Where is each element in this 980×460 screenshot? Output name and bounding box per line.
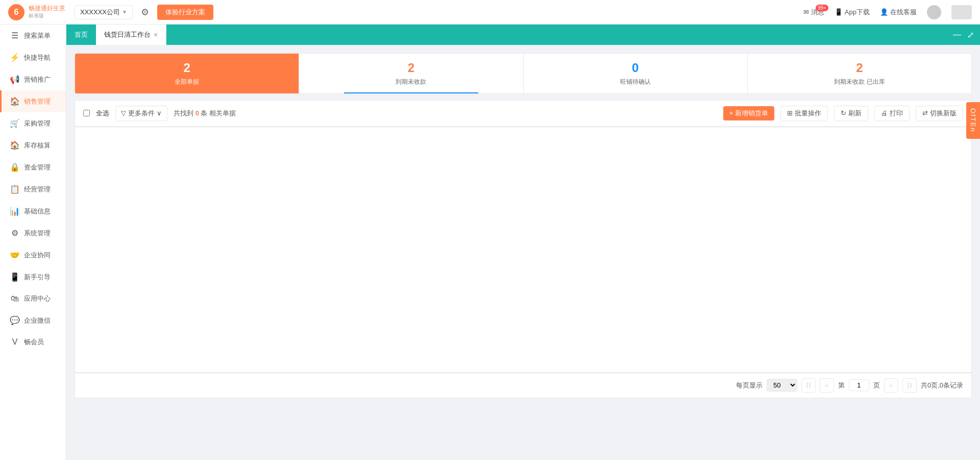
app-download-button[interactable]: 📱 App下载 <box>835 8 870 17</box>
sidebar-item-label: 快捷导航 <box>24 53 51 62</box>
avatar[interactable] <box>927 5 941 19</box>
stat-overdue-unpaid[interactable]: 2 到期未收款 <box>299 54 523 93</box>
toolbar-left: 全选 ▽ 更多条件 ∨ 共找到 0 条 相关单据 <box>83 106 717 121</box>
sidebar-item-label: 库存核算 <box>24 141 51 150</box>
sidebar-item-operations[interactable]: 📋 经营管理 <box>0 178 66 200</box>
filter-arrow-icon: ∨ <box>157 109 162 117</box>
sidebar-item-member[interactable]: V 畅会员 <box>0 331 66 353</box>
sidebar-item-system[interactable]: ⚙ 系统管理 <box>0 222 66 244</box>
tab-home[interactable]: 首页 <box>66 25 96 45</box>
sidebar-item-label: 经营管理 <box>24 185 51 194</box>
stat-all-label: 全部单据 <box>85 78 288 86</box>
filter-label: 更多条件 <box>128 109 155 118</box>
tab-close-icon[interactable]: × <box>154 31 158 39</box>
sidebar-item-finance[interactable]: 🔒 资金管理 <box>0 156 66 178</box>
sidebar-item-label: 搜索菜单 <box>24 31 51 40</box>
stat-all[interactable]: 2 全部单据 <box>75 54 299 93</box>
tab-qhrc[interactable]: 钱货日清工作台 × <box>96 25 166 45</box>
sidebar-item-label: 企业微信 <box>24 316 51 325</box>
stat-overdue-shipped-label: 到期未收款 已出库 <box>758 78 961 86</box>
stat-overdue-number: 2 <box>309 61 512 76</box>
messages-badge: 99+ <box>816 5 828 11</box>
service-icon: 👤 <box>880 8 888 16</box>
prev-page-button[interactable]: ＜ <box>820 378 834 393</box>
online-service-label: 在线客服 <box>890 8 917 17</box>
toolbar: 全选 ▽ 更多条件 ∨ 共找到 0 条 相关单据 + 新增销货单 ⊞ 批量操作 … <box>75 100 972 127</box>
marketing-icon: 📢 <box>10 75 20 84</box>
per-page-select[interactable]: 10 20 50 100 <box>767 379 797 392</box>
quick-nav-icon: ⚡ <box>10 53 20 62</box>
select-all-checkbox[interactable] <box>83 110 90 116</box>
top-header: 6 畅捷通好生意 标准版 XXXXXX公司 ▼ ⚙ 体验行业方案 ✉ 消息 99… <box>0 0 980 25</box>
settings-icon[interactable]: ⚙ <box>137 4 153 20</box>
stat-pending-label: 旺铺待确认 <box>534 78 737 86</box>
filter-button[interactable]: ▽ 更多条件 ∨ <box>115 106 167 121</box>
print-button[interactable]: 🖨 打印 <box>874 106 910 121</box>
stat-overdue-shipped[interactable]: 2 到期未收款 已出库 <box>748 54 971 93</box>
sidebar-item-wechat[interactable]: 💬 企业微信 <box>0 309 66 331</box>
stat-pending[interactable]: 0 旺铺待确认 <box>524 54 748 93</box>
trial-button[interactable]: 体验行业方案 <box>157 5 213 20</box>
found-count: 0 <box>195 109 199 117</box>
refresh-button[interactable]: ↻ 刷新 <box>834 106 868 121</box>
sidebar-item-inventory[interactable]: 🏠 库存核算 <box>0 134 66 156</box>
tab-maximize-icon[interactable]: ⤢ <box>965 28 976 42</box>
sidebar-item-basic-info[interactable]: 📊 基础信息 <box>0 200 66 222</box>
total-info: 共0页,0条记录 <box>921 381 963 390</box>
sidebar-item-sales[interactable]: 🏠 销售管理 <box>0 90 66 112</box>
sidebar-item-label: 企业协同 <box>24 251 51 260</box>
sidebar-item-search-menu[interactable]: ☰ 搜索菜单 <box>0 25 66 46</box>
stat-underline <box>344 92 478 93</box>
sidebar-item-label: 应用中心 <box>24 294 51 303</box>
messages-button[interactable]: ✉ 消息 99+ <box>803 8 824 17</box>
found-text: 共找到 0 条 相关单据 <box>174 109 236 118</box>
table-area <box>75 128 972 373</box>
online-service-button[interactable]: 👤 在线客服 <box>880 8 917 17</box>
batch-button[interactable]: ⊞ 批量操作 <box>780 106 828 121</box>
sidebar: ☰ 搜索菜单 ⚡ 快捷导航 📢 营销推广 🏠 销售管理 🛒 采购管理 🏠 库存核… <box>0 25 66 460</box>
sidebar-item-app-center[interactable]: 🛍 应用中心 <box>0 288 66 309</box>
next-page-button[interactable]: ＞ <box>884 378 898 393</box>
message-icon: ✉ <box>803 8 809 16</box>
header-right: ✉ 消息 99+ 📱 App下载 👤 在线客服 <box>803 5 972 19</box>
last-page-button[interactable]: ⟩⟩ <box>902 378 917 393</box>
user-name[interactable] <box>951 5 972 19</box>
new-sale-button[interactable]: + 新增销货单 <box>723 106 774 120</box>
sidebar-item-label: 资金管理 <box>24 163 51 172</box>
guide-icon: 📱 <box>10 272 20 282</box>
stat-overdue-label: 到期未收款 <box>309 78 512 86</box>
tab-minimize-icon[interactable]: — <box>951 28 963 41</box>
main-content: 2 全部单据 2 到期未收款 0 旺铺待确认 2 到期未收款 已出库 全选 ▽ … <box>66 45 980 460</box>
sidebar-item-purchase[interactable]: 🛒 采购管理 <box>0 112 66 134</box>
often-tag[interactable]: OfTEn <box>966 102 980 139</box>
operations-icon: 📋 <box>10 184 20 194</box>
logo-icon: 6 <box>8 4 24 20</box>
sales-icon: 🏠 <box>10 96 20 106</box>
stat-all-number: 2 <box>85 61 288 76</box>
company-selector[interactable]: XXXXXX公司 ▼ <box>75 5 133 19</box>
refresh-label: 刷新 <box>848 109 862 118</box>
batch-label: 批量操作 <box>795 109 821 118</box>
tab-label: 钱货日清工作台 <box>104 30 151 39</box>
page-input[interactable] <box>849 379 869 391</box>
search-menu-icon: ☰ <box>10 31 20 40</box>
purchase-icon: 🛒 <box>10 118 20 128</box>
sidebar-item-guide[interactable]: 📱 新手引导 <box>0 266 66 288</box>
pagination-bar: 每页显示 10 20 50 100 ⟨⟨ ＜ 第 页 ＞ ⟩⟩ 共0页,0条记录 <box>75 373 972 398</box>
app-download-label: App下载 <box>845 8 870 17</box>
switch-version-button[interactable]: ⇄ 切换新版 <box>916 106 963 121</box>
first-page-button[interactable]: ⟨⟨ <box>801 378 816 393</box>
filter-icon: ▽ <box>121 109 126 117</box>
logo-sub: 标准版 <box>29 12 65 19</box>
sidebar-item-marketing[interactable]: 📢 营销推广 <box>0 68 66 90</box>
stats-row: 2 全部单据 2 到期未收款 0 旺铺待确认 2 到期未收款 已出库 <box>75 53 972 94</box>
inventory-icon: 🏠 <box>10 140 20 150</box>
sidebar-item-quick-nav[interactable]: ⚡ 快捷导航 <box>0 46 66 68</box>
sidebar-item-label: 系统管理 <box>24 229 51 238</box>
sidebar-item-cooperation[interactable]: 🤝 企业协同 <box>0 244 66 266</box>
wechat-icon: 💬 <box>10 316 20 325</box>
select-all-label: 全选 <box>96 109 109 118</box>
system-icon: ⚙ <box>10 228 20 238</box>
sidebar-item-label: 采购管理 <box>24 119 51 128</box>
sidebar-item-label: 基础信息 <box>24 207 51 216</box>
